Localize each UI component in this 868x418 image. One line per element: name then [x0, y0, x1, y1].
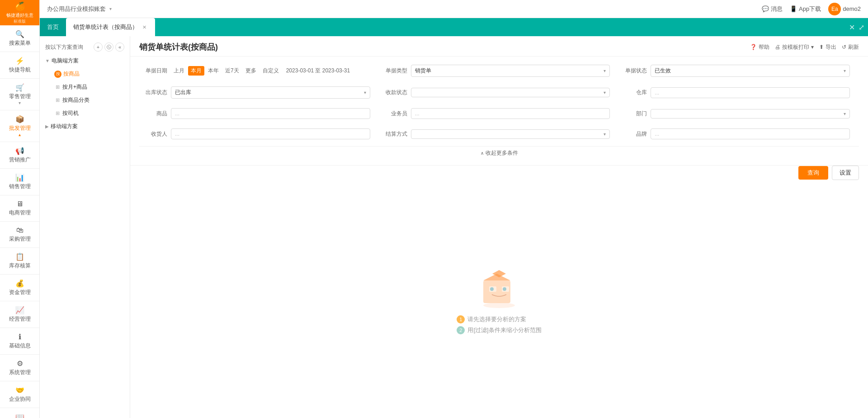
sidebar-item-search[interactable]: 🔍 搜索菜单 — [0, 25, 39, 52]
sidebar-item-retail[interactable]: 🛒 零售管理 ▾ — [0, 79, 39, 110]
department-select[interactable]: ▾ — [651, 109, 850, 119]
panel-header-label: 按以下方案查询 — [45, 43, 83, 51]
sidebar-item-guide[interactable]: 📖 新手引导 — [0, 408, 39, 418]
tab-home[interactable]: 首页 — [40, 18, 66, 36]
product-dots: ... — [175, 110, 179, 117]
filter-department: 部门 ▾ — [619, 105, 859, 122]
user-name: demo2 — [843, 5, 861, 12]
edit-scheme-btn[interactable]: ✎ — [104, 43, 113, 52]
sidebar-item-label: 电商管理 — [9, 209, 31, 217]
sidebar-item-purchase[interactable]: 🛍 采购管理 — [0, 222, 39, 248]
download-icon: 📱 — [790, 5, 797, 12]
sidebar-item-label: 库存核算 — [9, 262, 31, 270]
help-btn[interactable]: ❓ 帮助 — [750, 43, 769, 51]
query-btn[interactable]: 查询 — [798, 166, 828, 180]
tree-item-label: 按月+商品 — [62, 83, 87, 91]
sidebar-item-label: 系统管理 — [9, 369, 31, 376]
sidebar-item-quick-nav[interactable]: ⚡ 快捷导航 — [0, 52, 39, 79]
empty-svg — [472, 265, 526, 310]
filter-row-1: 单据日期 上月 本月 本年 近7天 更多 自定义 2023-03-01 至 20… — [139, 62, 859, 80]
payment-label: 结算方式 — [379, 130, 411, 138]
finance-icon: 💰 — [15, 279, 24, 288]
tree-item-month-product[interactable]: ⊞ 按月+商品 — [40, 81, 130, 94]
type-dropdown-arrow: ▾ — [604, 68, 606, 73]
tree-group-mobile[interactable]: ▶ 移动端方案 — [40, 120, 130, 133]
tree-item-by-product[interactable]: 按 按商品 — [40, 67, 130, 81]
tree-chevron-mobile: ▶ — [45, 124, 49, 129]
collapse-panel-btn[interactable]: « — [115, 43, 124, 52]
sidebar-item-system[interactable]: ⚙ 系统管理 — [0, 355, 39, 381]
date-btn-last-month[interactable]: 上月 — [171, 66, 187, 76]
collapse-bar[interactable]: ∧ 收起更多条件 — [139, 146, 859, 160]
active-scheme-icon: 按 — [54, 71, 61, 78]
date-btn-this-month[interactable]: 本月 — [188, 66, 204, 76]
user-menu[interactable]: Ea demo2 — [828, 3, 861, 15]
tab-report[interactable]: 销货单统计表（按商品） ✕ — [66, 18, 155, 36]
refresh-label: 刷新 — [848, 43, 859, 51]
tab-expand-btn[interactable]: ⤢ — [859, 23, 864, 32]
receipt-status-select[interactable]: ▾ — [411, 88, 610, 97]
out-status-select[interactable]: 已出库 ▾ — [171, 86, 370, 99]
sidebar-item-label: 企业协同 — [9, 395, 31, 403]
sidebar-item-label: 营销推广 — [9, 156, 31, 164]
sidebar-item-wholesale[interactable]: 📦 批发管理 ▴ — [0, 110, 39, 142]
message-btn[interactable]: 💬 消息 — [762, 5, 783, 13]
warehouse-input[interactable]: ... — [651, 87, 850, 98]
tab-close-btn[interactable]: ✕ — [141, 24, 148, 31]
help-label: 帮助 — [759, 43, 769, 51]
sidebar-item-sales[interactable]: 📊 销售管理 — [0, 169, 39, 195]
date-btn-last-7days[interactable]: 近7天 — [222, 66, 242, 76]
system-icon: ⚙ — [17, 359, 23, 368]
sidebar-item-marketing[interactable]: 📢 营销推广 — [0, 142, 39, 169]
product-input[interactable]: ... — [171, 108, 370, 119]
svg-point-2 — [483, 303, 515, 308]
sidebar-item-label: 销售管理 — [9, 183, 31, 190]
action-bar: 查询 设置 — [130, 166, 868, 184]
refresh-btn[interactable]: ↺ 刷新 — [842, 43, 859, 51]
date-shortcuts: 上月 本月 本年 近7天 更多 自定义 — [171, 66, 282, 76]
sidebar-item-operations[interactable]: 📈 经营管理 — [0, 301, 39, 328]
settings-btn[interactable]: 设置 — [832, 166, 859, 180]
warehouse-label: 仓库 — [619, 89, 651, 96]
date-btn-custom[interactable]: 自定义 — [260, 66, 282, 76]
tree-group-pc[interactable]: ▼ 电脑端方案 — [40, 54, 130, 67]
tree-item-category[interactable]: ⊞ 按商品分类 — [40, 94, 130, 107]
brand-input[interactable]: ... — [651, 128, 850, 139]
date-btn-this-year[interactable]: 本年 — [205, 66, 222, 76]
quick-nav-icon: ⚡ — [15, 57, 24, 65]
user-avatar: Ea — [828, 3, 841, 15]
sidebar-item-enterprise-collab[interactable]: 🤝 企业协同 — [0, 381, 39, 408]
sidebar-item-finance[interactable]: 💰 资金管理 — [0, 275, 39, 301]
filter-date: 单据日期 上月 本月 本年 近7天 更多 自定义 2023-03-01 至 20… — [139, 62, 379, 80]
tree-group-pc-label: 电脑端方案 — [52, 57, 79, 65]
filter-receipt-status: 收款状态 ▾ — [379, 84, 619, 102]
sidebar-item-ecommerce[interactable]: 🖥 电商管理 — [0, 195, 39, 222]
tree-item-machine[interactable]: ⊞ 按司机 — [40, 107, 130, 120]
print-dropdown-arrow[interactable]: ▾ — [811, 44, 814, 50]
tab-close-all-btn[interactable]: ✕ — [849, 23, 855, 32]
warehouse-dots: ... — [655, 90, 659, 96]
salesperson-label: 业务员 — [379, 110, 411, 118]
salesperson-input[interactable]: ... — [411, 108, 610, 119]
industry-dropdown-arrow[interactable]: ▾ — [109, 6, 112, 11]
header-left: 办公用品行业模拟账套 ▾ — [47, 5, 112, 13]
date-btn-more[interactable]: 更多 — [243, 66, 259, 76]
page-content: 按以下方案查询 + ✎ « ▼ 电脑端方案 — [40, 36, 868, 418]
filter-payment: 结算方式 ▾ — [379, 126, 619, 142]
export-btn[interactable]: ⬆ 导出 — [819, 43, 836, 51]
app-logo: 🍊 畅捷通好生意 标准版 — [0, 0, 39, 25]
out-status-value: 已出库 — [175, 89, 191, 96]
status-select[interactable]: 已生效 ▾ — [651, 65, 850, 77]
type-select[interactable]: 销货单 ▾ — [411, 65, 610, 77]
payment-select[interactable]: ▾ — [411, 129, 610, 139]
out-status-label: 出库状态 — [139, 89, 171, 96]
empty-text-list: 1 请先选择要分析的方案 2 用[过滤]条件来缩小分析范围 — [457, 315, 541, 337]
add-scheme-btn[interactable]: + — [94, 43, 103, 52]
tree-chevron-pc: ▼ — [45, 58, 50, 63]
template-print-btn[interactable]: 🖨 按模板打印 ▾ — [775, 43, 814, 51]
sidebar-item-basic[interactable]: ℹ 基础信息 — [0, 328, 39, 355]
app-download-btn[interactable]: 📱 App下载 — [790, 5, 821, 13]
filter-type: 单据类型 销货单 ▾ — [379, 62, 619, 80]
sidebar-item-inventory[interactable]: 📋 库存核算 — [0, 248, 39, 275]
consignee-input[interactable]: ... — [171, 128, 370, 139]
